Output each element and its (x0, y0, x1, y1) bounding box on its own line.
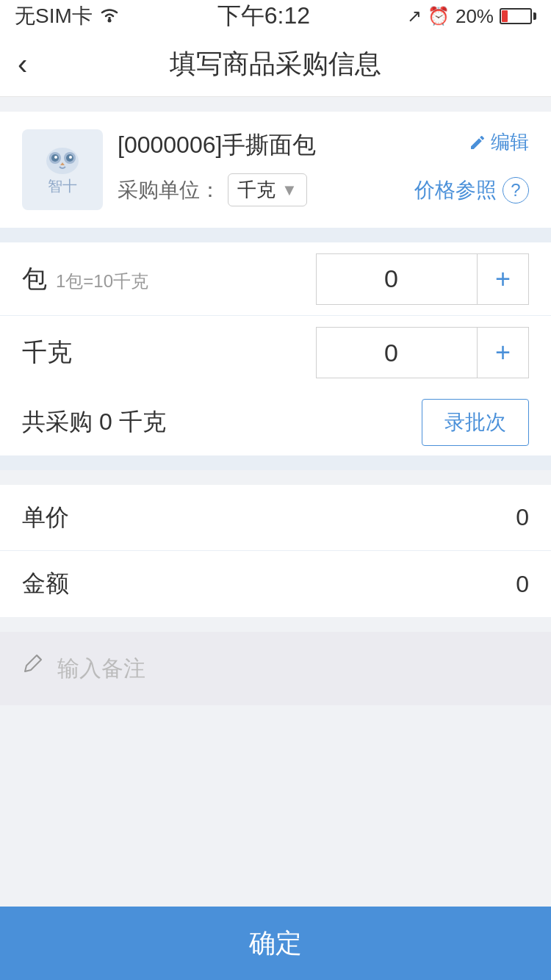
edit-button[interactable]: 编辑 (469, 129, 529, 155)
section-divider-2 (0, 455, 551, 470)
bao-input[interactable] (316, 253, 478, 305)
brand-text: 智十 (48, 176, 77, 196)
battery-icon (500, 8, 536, 24)
quantity-input-section: 包 1包=10千克 + 千克 + (0, 242, 551, 389)
confirm-label: 确定 (249, 926, 302, 962)
section-divider-1 (0, 228, 551, 242)
unit-price-row: 单价 0 (0, 485, 551, 551)
qianke-input[interactable] (316, 327, 478, 378)
summary-row: 共采购 0 千克 录批次 (0, 389, 551, 455)
bao-plus-button[interactable]: + (478, 253, 529, 305)
notes-placeholder: 输入备注 (57, 654, 145, 684)
unit-label-text: 采购单位： (118, 176, 220, 204)
status-left: 无SIM卡 (15, 2, 120, 30)
unit-price-value: 0 (516, 504, 529, 531)
location-icon: ↗ (407, 6, 422, 26)
empty-content-area (0, 705, 551, 940)
bao-input-row: 包 1包=10千克 + (0, 242, 551, 316)
status-bar: 无SIM卡 下午6:12 ↗ ⏰ 20% (0, 0, 551, 32)
unit-price-label: 单价 (22, 502, 69, 534)
qianke-input-control: + (316, 327, 529, 378)
battery-percent: 20% (455, 5, 494, 28)
nav-bar: ‹ 填写商品采购信息 (0, 32, 551, 97)
price-section: 单价 0 金额 0 (0, 485, 551, 617)
amount-value: 0 (516, 571, 529, 598)
qianke-input-row: 千克 + (0, 316, 551, 389)
summary-text: 共采购 0 千克 (22, 406, 166, 439)
price-ref-button[interactable]: 价格参照 ? (414, 176, 529, 204)
svg-point-6 (54, 156, 57, 159)
notes-section[interactable]: 输入备注 (0, 632, 551, 705)
dropdown-arrow-icon: ▼ (281, 181, 298, 200)
bao-input-control: + (316, 253, 529, 305)
status-right: ↗ ⏰ 20% (407, 5, 536, 28)
svg-point-0 (107, 19, 111, 23)
product-info: [0000006]手撕面包 编辑 采购单位： 千克 ▼ 价格参照 ? (118, 129, 529, 206)
bao-sublabel: 1包=10千克 (56, 270, 148, 293)
wifi-icon (98, 4, 120, 28)
confirm-button[interactable]: 确定 (0, 907, 551, 980)
product-name: [0000006]手撕面包 (118, 129, 316, 162)
pencil-icon (22, 654, 46, 683)
carrier-label: 无SIM卡 (15, 2, 93, 30)
question-icon: ? (503, 177, 529, 203)
amount-row: 金额 0 (0, 551, 551, 617)
amount-label: 金额 (22, 568, 69, 600)
qianke-label: 千克 (22, 336, 72, 370)
unit-selector[interactable]: 千克 ▼ (228, 173, 307, 206)
back-button[interactable]: ‹ (18, 48, 27, 81)
alarm-icon: ⏰ (428, 6, 450, 26)
product-thumbnail: 智十 (22, 129, 103, 210)
product-card: 智十 [0000006]手撕面包 编辑 采购单位： 千克 ▼ (0, 112, 551, 228)
svg-point-7 (69, 156, 72, 159)
page-title: 填写商品采购信息 (170, 46, 381, 82)
bao-label: 包 1包=10千克 (22, 262, 148, 296)
status-time: 下午6:12 (217, 0, 310, 32)
batch-button[interactable]: 录批次 (422, 399, 529, 446)
qianke-plus-button[interactable]: + (478, 327, 529, 378)
